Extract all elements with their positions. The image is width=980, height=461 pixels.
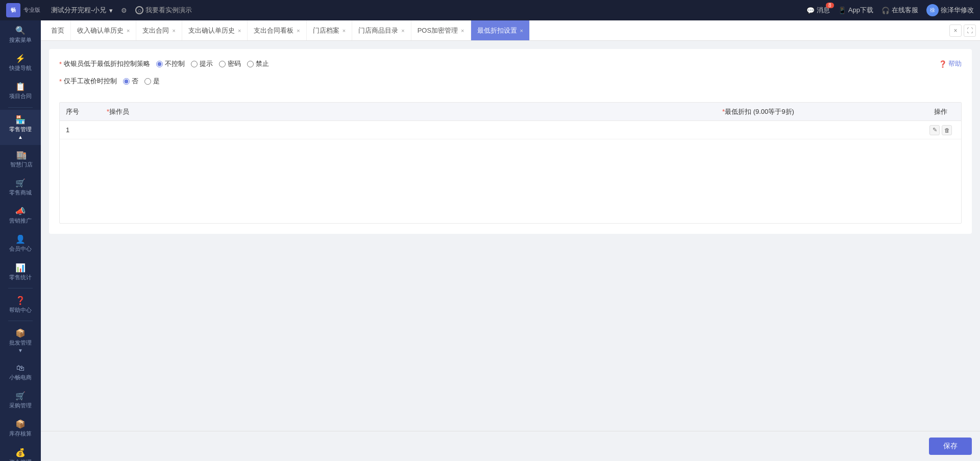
demo-button[interactable]: ○ 我要看实例演示 [135, 6, 192, 15]
user-name: 徐泽华修改 [941, 6, 974, 15]
tab-pos-password[interactable]: POS加密管理 × [411, 20, 471, 41]
ecommerce-icon: 🛍 [16, 363, 24, 373]
search-icon: 🔍 [15, 26, 26, 35]
sidebar-item-ecommerce[interactable]: 🛍 小畅电商 [0, 358, 41, 386]
sidebar-item-label-quick-nav: 快捷导航 [9, 65, 32, 71]
tabbar: 首页 收入确认单历史 × 支出合同 × 支出确认单历史 × 支出合同看板 × 门… [41, 20, 980, 41]
strategy-label-tip: 提示 [200, 59, 213, 68]
manual-option-no[interactable]: 否 [123, 77, 138, 86]
manual-label: 仅手工改价时控制 [64, 77, 117, 86]
sidebar-item-label-finance: 资金管理 [9, 459, 32, 461]
retail-stats-icon: 📊 [15, 263, 26, 273]
app-download-button[interactable]: 📱 App下载 [838, 6, 873, 15]
purchase-icon: 🛒 [15, 391, 26, 401]
help-label: 帮助 [948, 59, 962, 68]
strategy-option-password[interactable]: 密码 [219, 59, 241, 68]
sidebar-item-help[interactable]: ❓ 帮助中心 [0, 290, 41, 319]
seq-value-1: 1 [66, 126, 69, 134]
tab-store-archive-close[interactable]: × [342, 28, 346, 34]
sidebar-item-member-center[interactable]: 👤 会员中心 [0, 229, 41, 257]
logo-text: 专业版 [23, 7, 40, 13]
strategy-label-password: 密码 [228, 59, 241, 68]
edit-button-1[interactable]: ✎ [929, 125, 940, 135]
manual-radio-no[interactable] [123, 78, 130, 85]
col-seq: 序号 [60, 107, 101, 116]
tab-close-current-button[interactable]: × [949, 25, 962, 37]
member-center-icon: 👤 [15, 234, 26, 244]
support-label: 在线客服 [892, 6, 918, 15]
action-btns-1: ✎ 🗑 [926, 125, 955, 135]
sidebar-item-retail-stats[interactable]: 📊 零售统计 [0, 258, 41, 286]
tab-store-products[interactable]: 门店商品目录 × [352, 20, 411, 41]
batch-mgmt-arrow: ▼ [18, 348, 23, 353]
sidebar-item-project-contract[interactable]: 📋 项目合同 [0, 77, 41, 105]
project-selector[interactable]: 测试分开完程-小兄 ▾ [47, 6, 117, 15]
tab-income-confirm-close[interactable]: × [127, 28, 130, 34]
sidebar-item-batch-mgmt[interactable]: 📦 批发管理 ▼ [0, 323, 41, 358]
help-link[interactable]: ❓ 帮助 [939, 59, 962, 68]
strategy-option-no-control[interactable]: 不控制 [156, 59, 185, 68]
sidebar-item-label-smart-store: 智慧门店 [10, 161, 33, 168]
user-menu-button[interactable]: 徐 徐泽华修改 [926, 4, 974, 16]
strategy-radio-ban[interactable] [247, 61, 254, 67]
sidebar-item-label-help: 帮助中心 [9, 307, 32, 313]
tab-payment-board-close[interactable]: × [297, 28, 300, 34]
tab-store-archive[interactable]: 门店档案 × [307, 20, 352, 41]
app-label: App下载 [848, 6, 873, 15]
tab-pos-password-close[interactable]: × [461, 28, 464, 34]
tab-payment-contract[interactable]: 支出合同 × [136, 20, 182, 41]
tab-payment-board[interactable]: 支出合同看板 × [248, 20, 306, 41]
tab-income-confirm-label: 收入确认单历史 [77, 26, 124, 35]
tab-payment-confirm-label: 支出确认单历史 [188, 26, 235, 35]
sidebar-item-purchase[interactable]: 🛒 采购管理 [0, 386, 41, 414]
sidebar-item-quick-nav[interactable]: ⚡ 快捷导航 [0, 48, 41, 77]
strategy-radio-no-control[interactable] [156, 61, 163, 67]
tab-income-confirm[interactable]: 收入确认单历史 × [71, 20, 136, 41]
strategy-radio-tip[interactable] [191, 61, 198, 67]
manual-option-yes[interactable]: 是 [144, 77, 160, 86]
strategy-radio-password[interactable] [219, 61, 226, 67]
footer-bar: 保存 [41, 431, 980, 461]
tab-home[interactable]: 首页 [45, 20, 71, 41]
strategy-option-tip[interactable]: 提示 [191, 59, 213, 68]
dropdown-icon: ▾ [109, 7, 113, 14]
sidebar: 🔍 搜索菜单 ⚡ 快捷导航 📋 项目合同 🏪 零售管理 ▲ 🏬 智慧门店 🛒 零… [0, 20, 41, 461]
sidebar-item-label-retail: 零售管理 [9, 126, 32, 133]
tab-store-products-close[interactable]: × [401, 28, 404, 34]
main-card: * 收银员低于最低折扣控制策略 不控制 提示 [49, 49, 972, 234]
message-button[interactable]: 💬 消息 8 [806, 6, 830, 15]
tab-payment-board-label: 支出合同看板 [254, 26, 293, 35]
help-icon: ❓ [939, 60, 947, 68]
col-action-label: 操作 [934, 107, 947, 116]
tab-fullscreen-button[interactable]: ⛶ [964, 25, 976, 37]
strategy-option-ban[interactable]: 禁止 [247, 59, 269, 68]
sidebar-item-search[interactable]: 🔍 搜索菜单 [0, 20, 41, 48]
manual-label-yes: 是 [153, 77, 160, 86]
strategy-radio-group: 不控制 提示 密码 [156, 59, 269, 68]
manual-radio-yes[interactable] [144, 78, 151, 85]
tab-pos-password-label: POS加密管理 [418, 26, 458, 35]
sidebar-item-label-retail-stats: 零售统计 [9, 274, 32, 281]
sidebar-item-label-project: 项目合同 [9, 93, 32, 100]
save-button[interactable]: 保存 [929, 438, 972, 455]
settings-button[interactable]: ⚙ [117, 3, 131, 17]
tab-payment-contract-close[interactable]: × [172, 28, 175, 34]
tab-min-discount[interactable]: 最低折扣设置 × [471, 20, 530, 41]
sidebar-item-marketing[interactable]: 📣 营销推广 [0, 201, 41, 229]
sidebar-item-label-batch: 批发管理 [9, 339, 32, 346]
delete-button-1[interactable]: 🗑 [942, 125, 952, 135]
sidebar-item-inventory[interactable]: 📦 库存核算 [0, 414, 41, 442]
online-support-button[interactable]: 🎧 在线客服 [881, 6, 918, 15]
sidebar-item-smart-store[interactable]: 🏬 智慧门店 [0, 145, 41, 173]
sidebar-item-retail-mgmt[interactable]: 🏪 零售管理 ▲ [0, 110, 41, 145]
sidebar-item-retail-mall[interactable]: 🛒 零售商城 [0, 173, 41, 201]
tab-payment-confirm[interactable]: 支出确认单历史 × [182, 20, 248, 41]
sidebar-item-finance[interactable]: 💰 资金管理 [0, 443, 41, 461]
col-discount: 最低折扣 (9.00等于9折) [716, 107, 920, 116]
logo: 畅 专业版 [6, 3, 47, 17]
tab-min-discount-close[interactable]: × [520, 28, 523, 34]
manual-radio-group: 否 是 [123, 77, 160, 86]
main-layout: 🔍 搜索菜单 ⚡ 快捷导航 📋 项目合同 🏪 零售管理 ▲ 🏬 智慧门店 🛒 零… [0, 20, 980, 461]
tab-payment-confirm-close[interactable]: × [238, 28, 241, 34]
quick-nav-icon: ⚡ [15, 54, 26, 63]
